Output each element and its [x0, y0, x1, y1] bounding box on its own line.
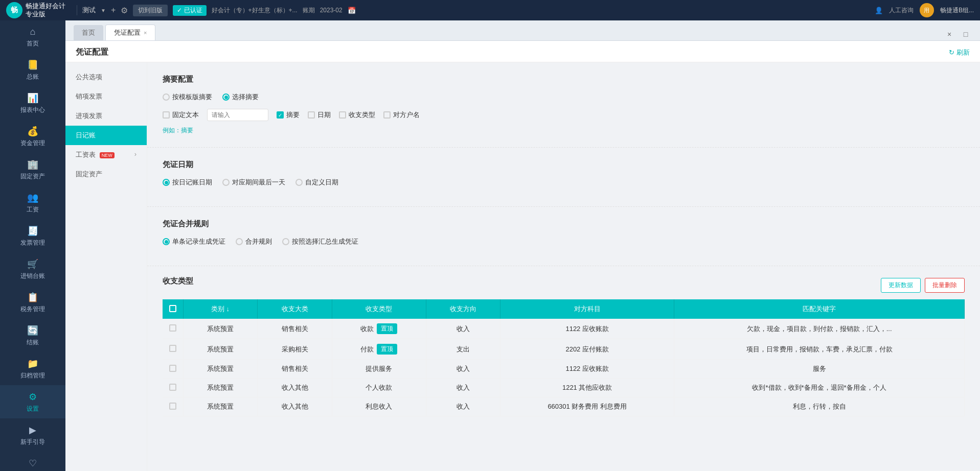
radio-template-label: 按模板版摘要 — [172, 92, 212, 102]
left-nav-fixed-assets-label: 固定资产 — [76, 170, 102, 178]
radio-journal-date-circle — [163, 179, 170, 186]
radio-single-circle — [163, 238, 170, 245]
row-direction: 收入 — [426, 360, 500, 379]
close-window-btn[interactable]: × — [943, 28, 955, 40]
cb-counterparty[interactable]: 对方户名 — [383, 110, 420, 120]
cb-fixed-text[interactable]: 固定文本 — [163, 110, 199, 120]
page-body: 公共选项 销项发票 进项发票 日记账 工资表 NEW › — [65, 62, 980, 471]
row-account: 660301 财务费用 利息费用 — [500, 397, 674, 416]
row-checkbox[interactable] — [163, 339, 183, 360]
update-data-btn[interactable]: 更新数据 — [881, 278, 921, 293]
row-checkbox[interactable] — [163, 397, 183, 416]
sidebar-label-assets: 固定资产 — [20, 172, 45, 181]
calendar-icon[interactable]: 📅 — [348, 7, 356, 14]
window-controls: × □ — [943, 28, 972, 40]
tab-home[interactable]: 首页 — [74, 25, 103, 40]
sidebar-label-settlement: 结账 — [27, 338, 39, 347]
row-category: 系统预置 — [183, 379, 258, 397]
radio-period-last[interactable]: 对应期间最后一天 — [222, 178, 285, 187]
sidebar: ⌂ 首页 📒 总账 📊 报表中心 💰 资金管理 🏢 固定资产 👥 工资 🧾 发票… — [0, 20, 65, 471]
row-account: 1122 应收账款 — [500, 360, 674, 379]
voucher-date-radio-group: 按日记账日期 对应期间最后一天 自定义日期 — [163, 178, 965, 187]
left-nav-public-label: 公共选项 — [76, 73, 102, 81]
radio-journal-date-label: 按日记账日期 — [172, 178, 212, 187]
checkbox-icon[interactable] — [169, 345, 176, 352]
left-nav-payroll[interactable]: 工资表 NEW › — [65, 145, 147, 164]
radio-selected-total[interactable]: 按照选择汇总生成凭证 — [282, 237, 358, 246]
row-checkbox[interactable] — [163, 360, 183, 379]
refresh-btn[interactable]: ↻ 刷新 — [949, 48, 970, 57]
cb-type-box — [339, 111, 346, 119]
member-icon: ♡ — [29, 458, 37, 469]
sidebar-item-tax[interactable]: 📋 税务管理 — [0, 286, 65, 319]
radio-selected-total-circle — [282, 238, 289, 245]
sidebar-label-purchase: 进销台账 — [20, 272, 45, 280]
radio-template[interactable]: 按模板版摘要 — [163, 92, 212, 102]
sidebar-item-settings[interactable]: ⚙ 设置 — [0, 385, 65, 418]
row-sub-type: 利息收入 — [332, 397, 426, 416]
table-actions: 更新数据 批量删除 — [881, 278, 965, 293]
batch-delete-btn[interactable]: 批量删除 — [925, 278, 965, 293]
content-area: 首页 凭证配置 × × □ 凭证配置 ↻ 刷新 — [65, 20, 980, 471]
sidebar-item-archive[interactable]: 📁 归档管理 — [0, 352, 65, 385]
row-category: 系统预置 — [183, 339, 258, 360]
radio-custom-date[interactable]: 自定义日期 — [295, 178, 338, 187]
radio-merge[interactable]: 合并规则 — [236, 237, 272, 246]
select-all-checkbox[interactable] — [169, 305, 176, 312]
left-nav-purchase-invoice[interactable]: 进项发票 — [65, 106, 147, 126]
checkbox-icon[interactable] — [169, 403, 176, 410]
cb-date[interactable]: 日期 — [308, 110, 331, 120]
left-nav-public[interactable]: 公共选项 — [65, 67, 147, 87]
row-checkbox[interactable] — [163, 319, 183, 339]
checkbox-icon[interactable] — [169, 365, 176, 372]
tab-close-icon[interactable]: × — [144, 30, 147, 36]
left-nav-journal[interactable]: 日记账 — [65, 126, 147, 145]
cb-type[interactable]: 收支类型 — [339, 110, 375, 120]
tab-voucher-config[interactable]: 凭证配置 × — [105, 25, 155, 40]
sidebar-item-funds[interactable]: 💰 资金管理 — [0, 120, 65, 153]
row-sub-type: 提供服务 — [332, 360, 426, 379]
checkbox-icon[interactable] — [169, 324, 176, 332]
sidebar-item-settlement[interactable]: 🔄 结账 — [0, 319, 65, 352]
row-category: 系统预置 — [183, 319, 258, 339]
top-tag[interactable]: 置顶 — [377, 323, 397, 334]
checkbox-icon[interactable] — [169, 384, 176, 391]
settings-icon[interactable]: ⚙ — [121, 6, 128, 15]
cb-abstract[interactable]: ✓ 摘要 — [277, 110, 300, 120]
sidebar-item-purchase[interactable]: 🛒 进销台账 — [0, 252, 65, 286]
sidebar-item-reports[interactable]: 📊 报表中心 — [0, 86, 65, 120]
top-tag[interactable]: 置顶 — [377, 344, 397, 355]
sidebar-item-invoice-mgmt[interactable]: 🧾 发票管理 — [0, 219, 65, 252]
radio-select[interactable]: 选择摘要 — [222, 92, 259, 102]
sidebar-item-guide[interactable]: ▶ 新手引导 — [0, 418, 65, 452]
refresh-icon: ↻ — [949, 49, 954, 56]
cb-fixed-text-box — [163, 111, 170, 119]
user-avatar[interactable]: 用 — [920, 3, 934, 17]
fixed-text-input[interactable] — [207, 109, 268, 121]
voucher-date-section: 凭证日期 按日记账日期 对应期间最后一天 — [147, 148, 980, 207]
sidebar-item-assets[interactable]: 🏢 固定资产 — [0, 153, 65, 186]
help-icon[interactable]: 👤 — [875, 7, 883, 14]
cb-type-label: 收支类型 — [349, 110, 375, 120]
app-logo: 畅 畅捷通好会计 专业版 — [6, 2, 72, 18]
th-main-type: 收支大类 — [258, 299, 332, 319]
dropdown-arrow[interactable]: ▼ — [101, 8, 106, 13]
sidebar-item-member[interactable]: ♡ 畅会员 — [0, 452, 65, 471]
help-label[interactable]: 人工咨询 — [889, 6, 914, 15]
add-icon[interactable]: + — [111, 6, 116, 15]
switch-old-btn[interactable]: 切到旧版 — [133, 5, 168, 16]
row-checkbox[interactable] — [163, 379, 183, 397]
sidebar-label-settings: 设置 — [27, 405, 39, 413]
income-expense-table: 类别 ↓ 收支大类 收支类型 收支方向 对方科目 匹配关键字 系统预置销售相关 … — [163, 299, 965, 416]
sidebar-item-ledger[interactable]: 📒 总账 — [0, 53, 65, 86]
maximize-window-btn[interactable]: □ — [960, 28, 972, 40]
sidebar-item-salary[interactable]: 👥 工资 — [0, 186, 65, 219]
radio-single[interactable]: 单条记录生成凭证 — [163, 237, 225, 246]
radio-journal-date[interactable]: 按日记账日期 — [163, 178, 212, 187]
left-nav-sales-invoice[interactable]: 销项发票 — [65, 87, 147, 106]
left-nav-fixed-assets[interactable]: 固定资产 — [65, 164, 147, 184]
th-checkbox[interactable] — [163, 299, 183, 319]
row-sub-type: 付款 置顶 — [332, 339, 426, 360]
sidebar-item-home[interactable]: ⌂ 首页 — [0, 20, 65, 53]
voucher-date-title: 凭证日期 — [163, 160, 965, 170]
